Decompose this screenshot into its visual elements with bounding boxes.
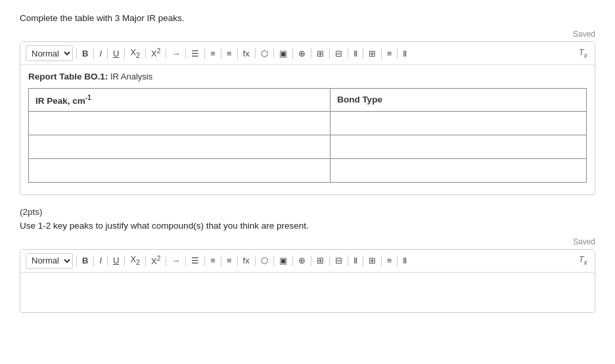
- sep-8: [204, 48, 205, 58]
- list1-button-2[interactable]: ☰: [189, 256, 201, 265]
- sep-t2-18: [381, 256, 382, 266]
- table-cell-1-1[interactable]: [29, 111, 330, 135]
- table-cell-2-1[interactable]: [29, 135, 330, 158]
- table2-button-2[interactable]: ⊟: [333, 256, 344, 265]
- sep-t2-7: [185, 256, 186, 266]
- font-button-2[interactable]: Ⅱ: [352, 256, 359, 265]
- editor-box-1: Normal B I U X2 X2 → ☰ ≡ ≡ fx ⬡ ▣ ⊕ ⊞ ⊟ …: [20, 41, 595, 195]
- sep-t2-15: [329, 256, 330, 266]
- list3-button-2[interactable]: ≡: [225, 256, 234, 265]
- sep-15: [329, 48, 330, 58]
- table-row: [29, 135, 587, 158]
- sep-12: [273, 48, 274, 58]
- sep-t2-8: [204, 256, 205, 266]
- align-button-2[interactable]: ≡: [385, 256, 394, 265]
- sep-t2-9: [221, 256, 221, 266]
- table1-button-2[interactable]: ⊞: [315, 256, 326, 265]
- sep-t2-1: [76, 256, 77, 266]
- saved-label-2: Saved: [20, 237, 595, 246]
- sep-2: [93, 48, 94, 58]
- sep-t2-14: [311, 256, 311, 266]
- sep-t2-19: [397, 256, 398, 266]
- table-cell-3-1[interactable]: [29, 158, 330, 182]
- chain-button-2[interactable]: ⬡: [259, 256, 270, 265]
- table-header-row: IR Peak, cm-1 Bond Type: [29, 89, 587, 112]
- image-button-1[interactable]: ▣: [277, 49, 289, 58]
- sep-14: [311, 48, 311, 58]
- report-title-normal: IR Analysis: [108, 72, 152, 81]
- sep-16: [348, 48, 348, 58]
- sep-11: [255, 48, 256, 58]
- style-select-1[interactable]: Normal: [26, 45, 73, 61]
- bold-button-2[interactable]: B: [80, 256, 90, 265]
- fx-button-1[interactable]: fx: [241, 49, 252, 58]
- sup-button-1[interactable]: X2: [149, 47, 162, 58]
- sep-t2-17: [363, 256, 363, 266]
- underline-button-2[interactable]: U: [111, 256, 121, 265]
- sup-button-2[interactable]: X2: [149, 255, 162, 266]
- saved-label-1: Saved: [20, 30, 595, 39]
- sep-6: [166, 48, 166, 58]
- col1-header: IR Peak, cm-1: [29, 89, 330, 112]
- sep-18: [381, 48, 382, 58]
- list1-button-1[interactable]: ☰: [189, 49, 201, 58]
- clear-format-button-1[interactable]: Tx: [577, 47, 589, 59]
- col2-header: Bond Type: [330, 89, 587, 112]
- table2-button-1[interactable]: ⊟: [333, 49, 344, 58]
- link-button-2[interactable]: ⊕: [296, 256, 308, 265]
- sep-10: [237, 48, 238, 58]
- embed-button-2[interactable]: ⊞: [367, 256, 378, 265]
- image-button-2[interactable]: ▣: [277, 256, 289, 265]
- arrow-button-1[interactable]: →: [170, 49, 182, 58]
- table-cell-3-2[interactable]: [330, 158, 587, 182]
- embed-button-1[interactable]: ⊞: [367, 49, 378, 58]
- sep-19: [397, 48, 398, 58]
- section-label: (2pts): [20, 207, 595, 217]
- italic-button-1[interactable]: I: [97, 49, 104, 58]
- sep-t2-6: [166, 256, 166, 266]
- bold-button-1[interactable]: B: [80, 49, 90, 58]
- clear-format-button-2[interactable]: Tx: [577, 254, 589, 266]
- arrow-button-2[interactable]: →: [170, 256, 182, 265]
- font-button-1[interactable]: Ⅱ: [352, 49, 359, 58]
- fx-button-2[interactable]: fx: [241, 256, 252, 265]
- sep-t2-13: [292, 256, 293, 266]
- sub-button-1[interactable]: X2: [128, 47, 142, 59]
- sep-5: [145, 48, 146, 58]
- editor-content-2[interactable]: [20, 273, 595, 312]
- sep-9: [221, 48, 221, 58]
- sep-t2-5: [145, 256, 146, 266]
- table-cell-1-2[interactable]: [330, 111, 587, 135]
- underline-button-1[interactable]: U: [111, 49, 121, 58]
- sep-t2-16: [348, 256, 348, 266]
- report-title-bold: Report Table BO.1:: [28, 72, 108, 81]
- link-button-1[interactable]: ⊕: [296, 49, 308, 58]
- list3-button-1[interactable]: ≡: [225, 49, 234, 58]
- sep-1: [76, 48, 77, 58]
- italic-button-2[interactable]: I: [97, 256, 104, 265]
- table1-button-1[interactable]: ⊞: [315, 49, 326, 58]
- ir-table: IR Peak, cm-1 Bond Type: [28, 88, 587, 183]
- sep-t2-10: [237, 256, 238, 266]
- style-select-2[interactable]: Normal: [26, 253, 73, 269]
- chain-button-1[interactable]: ⬡: [259, 49, 270, 58]
- sep-t2-2: [93, 256, 94, 266]
- sub-button-2[interactable]: X2: [128, 254, 142, 266]
- toolbar-2: Normal B I U X2 X2 → ☰ ≡ ≡ fx ⬡ ▣ ⊕ ⊞ ⊟ …: [20, 250, 595, 273]
- sep-t2-3: [107, 256, 108, 266]
- table-cell-2-2[interactable]: [330, 135, 587, 158]
- report-title: Report Table BO.1: IR Analysis: [28, 72, 587, 81]
- instruction-text: Complete the table with 3 Major IR peaks…: [20, 13, 595, 23]
- bars-button-2[interactable]: Ⅱ: [401, 256, 409, 265]
- bars-button-1[interactable]: Ⅱ: [401, 49, 409, 58]
- sep-t2-4: [124, 256, 125, 266]
- sep-3: [107, 48, 108, 58]
- editor-content-1[interactable]: Report Table BO.1: IR Analysis IR Peak, …: [20, 65, 595, 194]
- align-button-1[interactable]: ≡: [385, 49, 394, 58]
- sep-t2-11: [255, 256, 256, 266]
- list2-button-2[interactable]: ≡: [208, 256, 217, 265]
- list2-button-1[interactable]: ≡: [208, 49, 217, 58]
- sep-4: [124, 48, 125, 58]
- use-text: Use 1-2 key peaks to justify what compou…: [20, 221, 595, 231]
- sep-7: [185, 48, 186, 58]
